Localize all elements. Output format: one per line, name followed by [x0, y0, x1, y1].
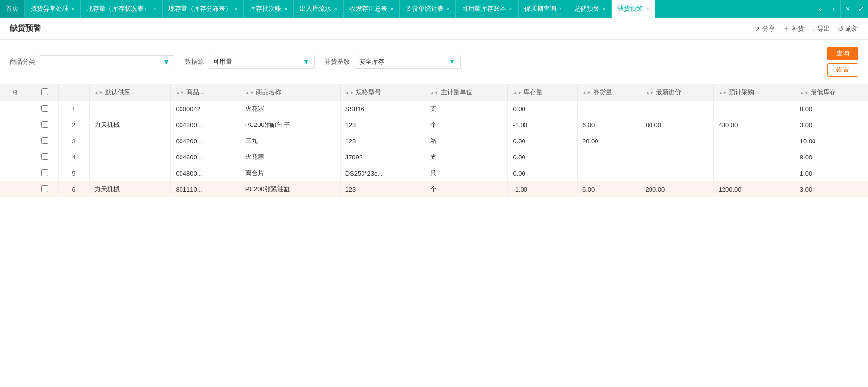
tab-order-stats[interactable]: 要货单统计表 ×: [400, 0, 456, 18]
row-goods-name: 离合片: [240, 165, 340, 181]
row-stock: 0.00: [508, 101, 577, 117]
row-checkbox-cell[interactable]: [31, 181, 58, 197]
close-tab-shortage[interactable]: ×: [646, 6, 649, 12]
row-goods-code: 004200...: [171, 117, 240, 133]
row-checkbox[interactable]: [41, 153, 48, 160]
row-goods-name: 火花塞: [240, 101, 340, 117]
table-row: 4 004600... 火花塞 J7092 支 0.00 8.00: [0, 149, 868, 165]
close-tab-expiry-query[interactable]: ×: [559, 6, 562, 12]
close-tab-in-out-flow[interactable]: ×: [334, 6, 337, 12]
col-latest-price[interactable]: ▲▼最新进价: [640, 84, 713, 101]
replenish-button[interactable]: ＋ 补货: [783, 24, 804, 33]
close-tab-abnormal[interactable]: ×: [72, 6, 74, 12]
tab-next-btn[interactable]: ›: [827, 0, 841, 18]
col-goods-name[interactable]: ▲▼商品名称: [240, 84, 340, 101]
tab-home[interactable]: 首页: [0, 0, 25, 18]
replenish-basis-select[interactable]: 安全库存 ▼: [354, 55, 461, 69]
refresh-icon: ↺: [838, 25, 844, 33]
row-goods-name: 火花塞: [240, 149, 340, 165]
export-icon: ↓: [812, 25, 815, 33]
close-tab-available-ledger[interactable]: ×: [509, 6, 512, 12]
row-stock: -1.00: [508, 117, 577, 133]
supplier-sort-icon: ▲▼: [94, 90, 103, 95]
tab-expiry-query[interactable]: 保质期查询 ×: [519, 0, 568, 18]
row-checkbox-cell[interactable]: [31, 101, 58, 117]
row-supplier: [90, 101, 171, 117]
data-source-filter-group: 数据源 可用量 ▼: [185, 55, 315, 69]
row-gear-cell: [0, 181, 31, 197]
row-num: 5: [58, 165, 89, 181]
export-button[interactable]: ↓ 导出: [812, 24, 830, 33]
tab-overstock[interactable]: 超储预警 ×: [568, 0, 612, 18]
tab-expand-btn[interactable]: ⤢: [854, 0, 868, 18]
row-supplier: 力天机械: [90, 117, 171, 133]
row-unit: 只: [425, 165, 508, 181]
gear-icon[interactable]: ⚙: [12, 89, 18, 96]
row-gear-cell: [0, 101, 31, 117]
col-replenish-qty[interactable]: ▲▼补货量: [577, 84, 640, 101]
close-tab-batch-account[interactable]: ×: [284, 6, 287, 12]
tab-prev-btn[interactable]: ‹: [814, 0, 827, 18]
close-tab-stock-status[interactable]: ×: [153, 6, 156, 12]
query-button[interactable]: 查询: [827, 47, 858, 60]
row-checkbox[interactable]: [41, 185, 48, 192]
row-supplier: [90, 149, 171, 165]
col-default-supplier[interactable]: ▲▼默认供应...: [90, 84, 171, 101]
tab-stock-dist[interactable]: 现存量（库存分布表） ×: [163, 0, 244, 18]
row-checkbox[interactable]: [41, 137, 48, 144]
row-unit: 支: [425, 101, 508, 117]
refresh-button[interactable]: ↺ 刷新: [838, 24, 858, 33]
settings-button[interactable]: 设置: [827, 63, 858, 77]
row-latest-price: [640, 149, 713, 165]
unit-sort-icon: ▲▼: [430, 90, 439, 95]
tab-close-all-btn[interactable]: ×: [841, 0, 854, 18]
min-stock-sort-icon: ▲▼: [800, 90, 809, 95]
col-est-purchase[interactable]: ▲▼预计采购...: [713, 84, 795, 101]
row-checkbox-cell[interactable]: [31, 133, 58, 149]
tab-available-ledger[interactable]: 可用量库存账本 ×: [456, 0, 518, 18]
data-source-select[interactable]: 可用量 ▼: [208, 55, 315, 69]
data-source-dropdown-icon: ▼: [303, 58, 309, 66]
tab-abnormal[interactable]: 拣货异常处理 ×: [25, 0, 81, 18]
row-gear-cell: [0, 149, 31, 165]
tab-batch-account[interactable]: 库存批次账 ×: [244, 0, 293, 18]
row-checkbox[interactable]: [41, 105, 48, 112]
col-min-stock[interactable]: ▲▼最低库存: [795, 84, 868, 101]
col-stock[interactable]: ▲▼库存量: [508, 84, 577, 101]
col-goods-code[interactable]: ▲▼商品...: [171, 84, 240, 101]
row-latest-price: 200.00: [640, 181, 713, 197]
row-supplier: [90, 133, 171, 149]
tab-in-out-flow[interactable]: 出入库流水 ×: [294, 0, 344, 18]
col-gear[interactable]: ⚙: [0, 84, 31, 101]
col-unit[interactable]: ▲▼主计量单位: [425, 84, 508, 101]
row-stock: 0.00: [508, 165, 577, 181]
row-checkbox-cell[interactable]: [31, 165, 58, 181]
table-row: 1 0000042 火花塞 SS816 支 0.00 8.00: [0, 101, 868, 117]
row-checkbox-cell[interactable]: [31, 117, 58, 133]
row-spec: SS816: [340, 101, 425, 117]
row-replenish-qty: 6.00: [577, 181, 640, 197]
row-unit: 支: [425, 149, 508, 165]
row-spec: J7092: [340, 149, 425, 165]
filter-actions: 查询 设置: [827, 47, 858, 77]
row-replenish-qty: [577, 149, 640, 165]
row-checkbox-cell[interactable]: [31, 149, 58, 165]
share-button[interactable]: ↗ 分享: [755, 24, 775, 33]
category-select[interactable]: ▼: [39, 55, 175, 68]
close-tab-overstock[interactable]: ×: [602, 6, 605, 12]
close-tab-receive-send[interactable]: ×: [390, 6, 393, 12]
close-tab-order-stats[interactable]: ×: [447, 6, 450, 12]
row-spec: 123: [340, 181, 425, 197]
select-all-checkbox[interactable]: [41, 88, 48, 95]
row-goods-code: 004800...: [171, 165, 240, 181]
close-tab-stock-dist[interactable]: ×: [235, 6, 237, 12]
row-goods-code: 004200...: [171, 133, 240, 149]
table-wrapper: ⚙ ▲▼默认供应... ▲▼商品... ▲▼商品名称: [0, 84, 868, 197]
tab-stock-status[interactable]: 现存量（库存状况表） ×: [81, 0, 162, 18]
row-checkbox[interactable]: [41, 169, 48, 176]
price-sort-icon: ▲▼: [645, 90, 654, 95]
row-checkbox[interactable]: [41, 121, 48, 128]
col-spec[interactable]: ▲▼规格型号: [340, 84, 425, 101]
tab-receive-send[interactable]: 收发存汇总表 ×: [344, 0, 399, 18]
tab-shortage[interactable]: 缺货预警 ×: [612, 0, 655, 18]
